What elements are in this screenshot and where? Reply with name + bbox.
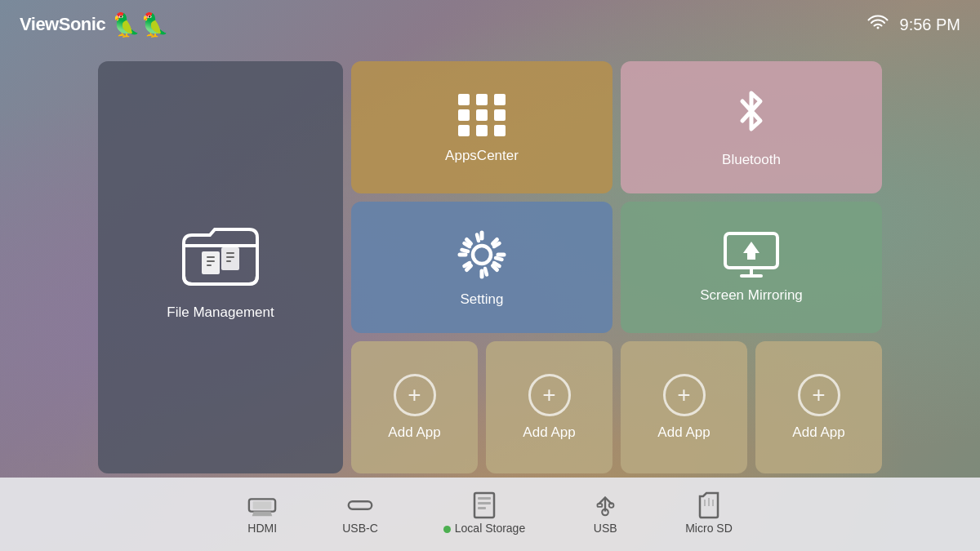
plus-icon-4: + — [812, 384, 825, 407]
local-storage-label: Local Storage — [443, 522, 525, 535]
add-circle-4: + — [798, 374, 840, 416]
svg-rect-7 — [226, 260, 231, 262]
add-app-tile-2[interactable]: + Add App — [486, 341, 612, 473]
svg-rect-0 — [202, 251, 220, 274]
svg-rect-2 — [207, 260, 215, 262]
add-app-label-3: Add App — [657, 424, 710, 441]
svg-point-33 — [609, 503, 614, 508]
svg-rect-32 — [598, 504, 603, 507]
add-app-label-2: Add App — [523, 424, 575, 441]
file-management-icon — [176, 215, 265, 296]
usbc-label: USB-C — [342, 522, 378, 535]
time-display: 9:56 PM — [900, 16, 960, 34]
svg-rect-13 — [494, 109, 506, 121]
usbc-icon — [345, 494, 375, 517]
svg-point-17 — [473, 246, 491, 264]
bottom-item-hdmi[interactable]: HDMI — [247, 494, 277, 535]
bottom-item-local-storage[interactable]: Local Storage — [443, 494, 525, 535]
svg-marker-21 — [743, 242, 760, 260]
apps-center-tile[interactable]: AppsCenter — [351, 61, 612, 193]
add-app-label-1: Add App — [388, 424, 440, 441]
setting-tile[interactable]: Setting — [351, 202, 612, 334]
hdmi-label: HDMI — [247, 522, 277, 535]
add-app-tile-3[interactable]: + Add App — [621, 341, 747, 473]
bluetooth-tile[interactable]: Bluetooth — [621, 61, 882, 193]
hdmi-icon — [247, 494, 277, 517]
bottom-bar: HDMI USB-C Local Storage — [0, 478, 980, 551]
wifi-icon — [867, 15, 889, 34]
setting-icon — [453, 226, 510, 283]
apps-center-icon — [453, 91, 510, 140]
add-app-tile-1[interactable]: + Add App — [351, 341, 478, 473]
svg-rect-25 — [474, 493, 494, 518]
screen-mirroring-tile[interactable]: Screen Mirroring — [621, 202, 882, 334]
header-right: 9:56 PM — [867, 15, 960, 34]
bluetooth-label: Bluetooth — [722, 152, 781, 168]
add-circle-1: + — [394, 374, 436, 416]
apps-center-label: AppsCenter — [445, 148, 519, 164]
header: ViewSonic 🦜🦜 9:56 PM — [0, 0, 980, 49]
svg-rect-27 — [478, 502, 491, 504]
bluetooth-icon — [731, 87, 772, 144]
svg-rect-4 — [221, 247, 239, 270]
screen-mirroring-label: Screen Mirroring — [700, 287, 803, 304]
plus-icon-3: + — [677, 384, 690, 407]
usb-label: USB — [594, 522, 617, 535]
setting-label: Setting — [461, 291, 504, 308]
svg-rect-15 — [476, 125, 488, 136]
file-management-tile[interactable]: File Management — [98, 61, 343, 473]
svg-rect-3 — [207, 264, 212, 266]
plus-icon-1: + — [408, 384, 421, 407]
svg-rect-6 — [226, 256, 234, 258]
main-grid: File Management AppsCenter Bluetooth — [98, 61, 882, 473]
microsd-label: Micro SD — [685, 522, 733, 535]
svg-rect-5 — [226, 252, 234, 254]
svg-rect-16 — [494, 125, 506, 136]
logo: ViewSonic 🦜🦜 — [20, 11, 169, 38]
svg-rect-10 — [494, 94, 506, 105]
bottom-item-usbc[interactable]: USB-C — [342, 494, 378, 535]
svg-rect-24 — [349, 501, 372, 509]
svg-rect-11 — [458, 109, 470, 121]
add-circle-3: + — [663, 374, 706, 416]
storage-icon — [470, 494, 499, 517]
add-app-tile-4[interactable]: + Add App — [755, 341, 882, 473]
svg-rect-23 — [253, 501, 272, 509]
logo-text: ViewSonic — [20, 14, 105, 35]
microsd-icon — [694, 494, 724, 517]
svg-rect-28 — [478, 507, 486, 509]
svg-rect-8 — [458, 94, 470, 105]
svg-rect-14 — [458, 125, 470, 136]
svg-rect-1 — [207, 256, 215, 258]
logo-bird-icon: 🦜🦜 — [112, 11, 169, 38]
screen-mirroring-icon — [722, 230, 781, 279]
svg-rect-12 — [476, 109, 488, 121]
bottom-item-usb[interactable]: USB — [590, 494, 620, 535]
active-dot — [443, 526, 451, 533]
file-management-label: File Management — [167, 304, 274, 321]
usb-icon — [590, 494, 620, 517]
svg-rect-9 — [476, 94, 488, 105]
add-app-label-4: Add App — [792, 424, 844, 441]
svg-rect-26 — [478, 497, 491, 500]
bottom-item-microsd[interactable]: Micro SD — [685, 494, 733, 535]
add-circle-2: + — [528, 374, 571, 416]
plus-icon-2: + — [542, 384, 555, 407]
